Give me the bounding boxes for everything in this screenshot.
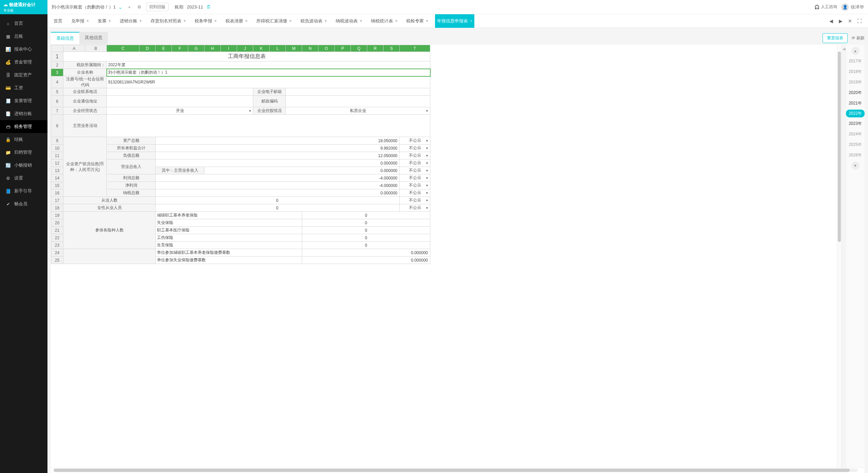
col-header-B[interactable]: B [85, 45, 107, 52]
spreadsheet[interactable]: ABCDEFGHIJKLMNOPQRST1工商年报信息表2税款所属期间：2022… [51, 45, 837, 468]
cell-phone[interactable] [107, 88, 253, 96]
row-header-11[interactable]: 11 [51, 152, 63, 159]
tab-close-all-button[interactable]: ✕ [846, 17, 854, 25]
corner-cell[interactable] [51, 45, 63, 52]
row-header-17[interactable]: 17 [51, 197, 63, 204]
horizontal-scrollbar-thumb[interactable] [54, 469, 850, 472]
tab-close-icon[interactable]: × [183, 19, 186, 23]
sidebar-item-salary[interactable]: 💳工资 [0, 81, 47, 94]
row-header-12[interactable]: 12 [51, 159, 63, 167]
tab-3[interactable]: 进销台账× [118, 14, 144, 28]
tab-close-icon[interactable]: × [360, 19, 362, 23]
col-header-J[interactable]: J [237, 45, 253, 52]
cell-r14-val[interactable]: -4.000000 [156, 174, 400, 182]
cell-email[interactable] [286, 88, 430, 96]
cell-reg-code[interactable]: 91320811MA7NGR2W6R [107, 76, 430, 88]
cell-holding[interactable]: 私营企业▼ [286, 107, 430, 115]
row-header-1[interactable]: 1 [51, 52, 63, 61]
row-header-25[interactable]: 25 [51, 257, 63, 264]
tab-12[interactable]: 年报信息申报表× [435, 14, 474, 28]
col-header-I[interactable]: I [221, 45, 237, 52]
cell-r17-val[interactable]: 0 [156, 197, 400, 204]
vertical-scrollbar-thumb[interactable] [838, 52, 841, 242]
tab-close-icon[interactable]: × [470, 19, 472, 23]
reset-report-button[interactable]: 重置报表 [823, 33, 848, 43]
cell-r19-val[interactable]: 0 [302, 212, 430, 219]
tab-8[interactable]: 税负波动表× [298, 14, 329, 28]
col-header-G[interactable]: G [188, 45, 204, 52]
tab-7[interactable]: 所得税汇算清缴× [254, 14, 294, 28]
old-version-button[interactable]: 切到旧版 [146, 3, 169, 11]
col-header-N[interactable]: N [302, 45, 318, 52]
row-header-10[interactable]: 10 [51, 145, 63, 152]
tab-close-icon[interactable]: × [139, 19, 142, 23]
disclose-select[interactable]: 不公示▼ [400, 197, 430, 204]
sidebar-item-close[interactable]: 🔒结账 [0, 133, 47, 146]
row-header-14[interactable]: 14 [51, 174, 63, 182]
tab-10[interactable]: 纳税统计表× [369, 14, 399, 28]
disclose-select[interactable]: 不公示▼ [400, 152, 430, 159]
disclose-select[interactable]: 不公示▼ [400, 182, 430, 189]
cell-r25-val[interactable]: 0.000000 [302, 257, 430, 264]
fullscreen-button[interactable]: ⛶ [855, 17, 864, 25]
row-header-6[interactable]: 6 [51, 96, 63, 107]
user-menu[interactable]: 👤 徐泽华 [841, 3, 864, 11]
col-header-H[interactable]: H [204, 45, 221, 52]
sub-tab-0[interactable]: 基础信息 [51, 32, 79, 44]
tab-close-icon[interactable]: × [324, 19, 327, 23]
cell-r10-val[interactable]: 9.992000 [156, 145, 400, 152]
row-header-16[interactable]: 16 [51, 189, 63, 197]
add-button[interactable]: ＋ [126, 4, 133, 11]
col-header-M[interactable]: M [286, 45, 302, 52]
sub-tab-1[interactable]: 其他信息 [79, 32, 108, 44]
cell-company-name[interactable]: 刘小艳演示账套（勿删勿动！）1 [107, 69, 430, 76]
disclose-select[interactable]: 不公示▼ [400, 204, 430, 212]
row-header-19[interactable]: 19 [51, 212, 63, 219]
consult-button[interactable]: 🎧 人工咨询 [814, 4, 837, 10]
row-header-24[interactable]: 24 [51, 249, 63, 257]
cell-r18-val[interactable]: 0 [156, 204, 400, 212]
sidebar-item-guide[interactable]: 📘新手引导 [0, 185, 47, 197]
row-header-21[interactable]: 21 [51, 227, 63, 234]
row-header-3[interactable]: 3 [51, 69, 63, 76]
year-down-button[interactable]: ▼ [851, 162, 860, 170]
tab-close-icon[interactable]: × [289, 19, 292, 23]
year-item-2020年[interactable]: 2020年 [847, 89, 864, 97]
tab-close-icon[interactable]: × [395, 19, 397, 23]
tab-6[interactable]: 税表清册× [223, 14, 250, 28]
col-header-E[interactable]: E [156, 45, 172, 52]
tab-close-icon[interactable]: × [86, 19, 89, 23]
calendar-icon[interactable]: 🗓 [206, 4, 211, 10]
row-header-4[interactable]: 4 [51, 76, 63, 88]
disclose-select[interactable]: 不公示▼ [400, 174, 430, 182]
tab-11[interactable]: 税检专家× [404, 14, 430, 28]
sidebar-item-tax[interactable]: 🗃税务管理 [0, 120, 47, 133]
disclose-select[interactable]: 不公示▼ [400, 145, 430, 152]
cell-main-biz[interactable] [107, 115, 430, 137]
settings-gear-icon[interactable]: ⚙ [136, 4, 143, 11]
refresh-button[interactable]: ⟳ 刷新 [852, 35, 865, 41]
sidebar-item-vip[interactable]: ✔畅会员 [0, 197, 47, 210]
year-item-2021年[interactable]: 2021年 [847, 99, 864, 108]
cell-r12-val[interactable]: 0.000000 [156, 159, 400, 167]
sidebar-item-home[interactable]: ⌂首页 [0, 17, 47, 30]
panel-collapse-handle[interactable]: ◀ [842, 45, 846, 468]
tab-9[interactable]: 纳税波动表× [334, 14, 364, 28]
disclose-select[interactable]: 不公示▼ [400, 189, 430, 197]
tab-5[interactable]: 税务申报× [193, 14, 219, 28]
tab-prev-button[interactable]: ◀ [827, 17, 835, 25]
year-item-2023年[interactable]: 2023年 [847, 119, 864, 128]
cell-r24-val[interactable]: 0.000000 [302, 249, 430, 257]
tab-close-icon[interactable]: × [214, 19, 217, 23]
col-header-O[interactable]: O [318, 45, 335, 52]
disclose-select[interactable]: 不公示▼ [400, 159, 430, 167]
row-header-20[interactable]: 20 [51, 219, 63, 227]
row-header-13[interactable]: 13 [51, 167, 63, 174]
account-selector[interactable]: 刘小艳演示账套（勿删勿动！）1 ⌄ [52, 4, 122, 10]
sidebar-item-ledger[interactable]: ▦总账 [0, 30, 47, 43]
row-header-5[interactable]: 5 [51, 88, 63, 96]
cell-zipcode[interactable] [286, 96, 430, 107]
cell-r9-val[interactable]: 18.050000 [156, 137, 400, 145]
cell-r13-val[interactable]: 0.000000 [204, 167, 400, 174]
col-header-C[interactable]: C [107, 45, 139, 52]
